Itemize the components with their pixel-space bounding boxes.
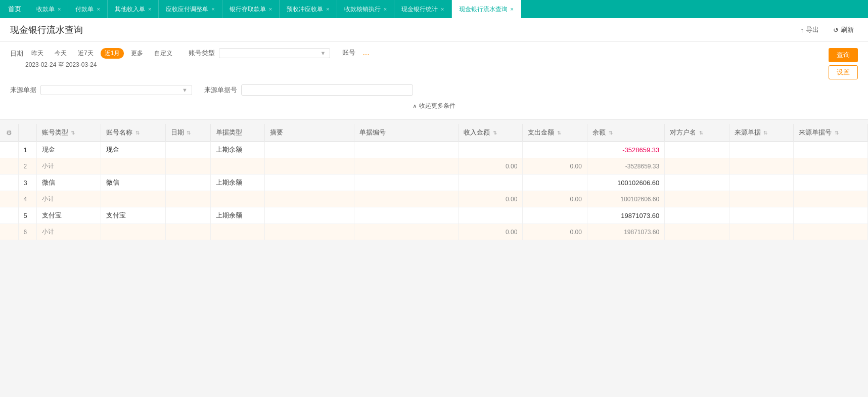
doc-type-column-header: 单据类型 (210, 124, 264, 142)
date-opt-custom[interactable]: 自定义 (150, 48, 176, 59)
source-doc-select[interactable]: ▼ (40, 85, 192, 95)
source-doc-label: 来源单据 (10, 85, 36, 95)
row-counterparty-cell (665, 174, 729, 191)
row-doc-type-cell (210, 224, 264, 240)
row-account-name-cell (101, 191, 166, 207)
row-index-cell: 6 (18, 224, 36, 240)
row-index-cell: 2 (18, 158, 36, 174)
close-adjustment-tab[interactable]: × (211, 6, 214, 12)
right-buttons: 查询 设置 (829, 48, 858, 79)
source-doc-no-label: 来源单据号 (204, 85, 237, 95)
row-income-cell: 0.00 (458, 158, 523, 174)
nav-tab-collection[interactable]: 收款核销执行 × (337, 0, 394, 18)
close-other-income-tab[interactable]: × (148, 6, 151, 12)
row-doc-type-cell: 上期余额 (210, 142, 264, 158)
row-doc-no-cell (354, 142, 458, 158)
row-source-doc-no-cell (794, 207, 868, 224)
expense-column-header[interactable]: 支出金额 ⇅ (523, 124, 587, 142)
account-type-select[interactable]: ▼ (219, 48, 330, 58)
row-source-doc-no-cell (794, 224, 868, 240)
row-account-type-cell: 支付宝 (36, 207, 101, 224)
chevron-down-icon: ▼ (320, 50, 326, 56)
gear-column-header[interactable]: ⚙ (0, 124, 18, 142)
date-opt-1month[interactable]: 近1月 (101, 48, 124, 59)
top-navigation: 首页 收款单 × 付款单 × 其他收入单 × 应收应付调整单 × 银行存取款单 … (0, 0, 868, 18)
row-doc-no-cell (354, 191, 458, 207)
nav-tab-bank-deposit[interactable]: 银行存取款单 × (222, 0, 280, 18)
refresh-button[interactable]: ↺ 刷新 (829, 23, 858, 36)
row-summary-cell (265, 174, 354, 191)
account-type-column-header[interactable]: 账号类型 ⇅ (36, 124, 101, 142)
sort-source-doc-icon: ⇅ (763, 130, 767, 136)
row-index-cell: 3 (18, 174, 36, 191)
date-opt-yesterday[interactable]: 昨天 (27, 48, 48, 59)
row-expense-cell (523, 174, 587, 191)
close-bank-flow-tab[interactable]: × (511, 6, 514, 12)
refresh-icon: ↺ (833, 26, 839, 34)
sort-account-type-icon: ⇅ (71, 130, 75, 136)
date-label: 日期 (10, 49, 23, 58)
close-collection-tab[interactable]: × (384, 6, 387, 12)
row-date-cell (165, 174, 210, 191)
nav-tab-adjustment[interactable]: 应收应付调整单 × (159, 0, 222, 18)
close-bank-stats-tab[interactable]: × (441, 6, 444, 12)
row-source-doc-cell (729, 207, 794, 224)
row-source-doc-no-cell (794, 174, 868, 191)
source-doc-chevron-icon: ▼ (182, 87, 188, 93)
date-opt-today[interactable]: 今天 (51, 48, 71, 59)
balance-column-header[interactable]: 余额 ⇅ (587, 124, 664, 142)
close-receipt-tab[interactable]: × (58, 6, 61, 12)
data-table: ⚙ 账号类型 ⇅ 账号名称 ⇅ 日期 ⇅ 单据类型 (0, 124, 868, 240)
row-source-doc-cell (729, 191, 794, 207)
export-button[interactable]: ↑ 导出 (797, 23, 824, 36)
row-balance-cell: 19871073.60 (587, 207, 664, 224)
sort-balance-icon: ⇅ (609, 130, 613, 136)
nav-home[interactable]: 首页 (0, 0, 29, 18)
collapse-button[interactable]: ∧ 收起更多条件 (406, 101, 462, 111)
settings-button[interactable]: 设置 (829, 65, 858, 79)
row-date-cell (165, 142, 210, 158)
row-balance-cell: 100102606.60 (587, 191, 664, 207)
account-ellipsis-button[interactable]: ... (359, 48, 372, 57)
row-summary-cell (265, 207, 354, 224)
account-type-label: 账号类型 (189, 49, 215, 58)
sort-expense-icon: ⇅ (557, 130, 561, 136)
source-doc-no-input[interactable] (241, 84, 413, 96)
nav-tab-prepay[interactable]: 预收冲应收单 × (280, 0, 337, 18)
row-expense-cell: 0.00 (523, 191, 587, 207)
row-doc-type-cell: 上期余额 (210, 174, 264, 191)
row-summary-cell (265, 142, 354, 158)
table-row: 2 小计 0.00 0.00 -3528659.33 (0, 158, 868, 174)
row-doc-no-cell (354, 158, 458, 174)
table-header-row: ⚙ 账号类型 ⇅ 账号名称 ⇅ 日期 ⇅ 单据类型 (0, 124, 868, 142)
nav-tab-other-income[interactable]: 其他收入单 × (108, 0, 159, 18)
summary-column-header: 摘要 (265, 124, 354, 142)
row-income-cell: 0.00 (458, 191, 523, 207)
sort-counterparty-icon: ⇅ (699, 130, 703, 136)
source-doc-column-header[interactable]: 来源单据 ⇅ (729, 124, 794, 142)
date-opt-7days[interactable]: 近7天 (74, 48, 98, 59)
table-row: 4 小计 0.00 0.00 100102606.60 (0, 191, 868, 207)
row-date-cell (165, 191, 210, 207)
nav-tab-payment[interactable]: 付款单 × (68, 0, 107, 18)
query-button[interactable]: 查询 (829, 48, 858, 62)
table-container: ⚙ 账号类型 ⇅ 账号名称 ⇅ 日期 ⇅ 单据类型 (0, 124, 868, 240)
income-column-header[interactable]: 收入金额 ⇅ (458, 124, 523, 142)
date-opt-more[interactable]: 更多 (127, 48, 147, 59)
row-expense-cell: 0.00 (523, 224, 587, 240)
sort-source-doc-no-icon: ⇅ (835, 130, 839, 136)
close-prepay-tab[interactable]: × (326, 6, 329, 12)
counterparty-column-header[interactable]: 对方户名 ⇅ (665, 124, 729, 142)
nav-tab-bank-stats[interactable]: 现金银行统计 × (394, 0, 451, 18)
row-date-cell (165, 224, 210, 240)
row-account-type-cell: 微信 (36, 174, 101, 191)
close-bank-deposit-tab[interactable]: × (269, 6, 272, 12)
date-column-header[interactable]: 日期 ⇅ (165, 124, 210, 142)
nav-tab-receipt[interactable]: 收款单 × (29, 0, 68, 18)
source-doc-no-column-header[interactable]: 来源单据号 ⇅ (794, 124, 868, 142)
close-payment-tab[interactable]: × (97, 6, 100, 12)
nav-tab-bank-flow[interactable]: 现金银行流水查询 × (452, 0, 521, 18)
row-index-cell: 1 (18, 142, 36, 158)
account-name-column-header[interactable]: 账号名称 ⇅ (101, 124, 166, 142)
row-balance-cell: 100102606.60 (587, 174, 664, 191)
